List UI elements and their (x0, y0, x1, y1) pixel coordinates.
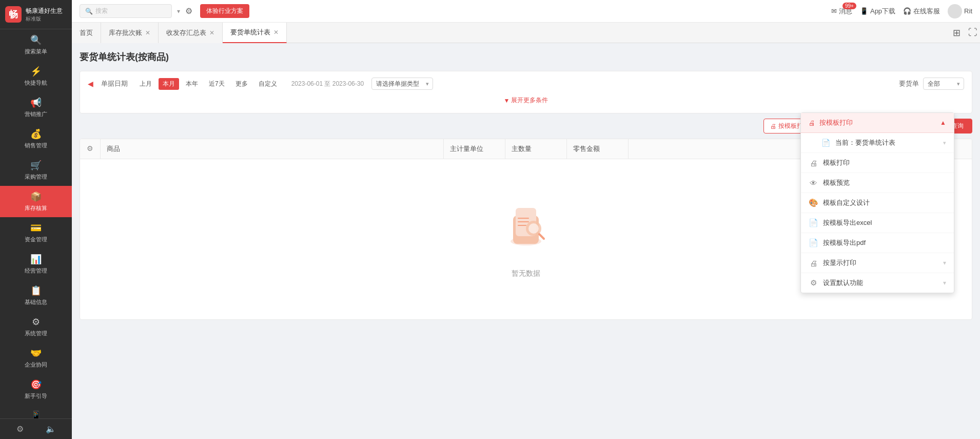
volume-footer-icon[interactable]: 🔈 (46, 424, 56, 434)
marketing-icon: 📢 (30, 97, 42, 108)
online-service-icon: 🎧 (903, 7, 911, 15)
print-dropdown-menu: 🖨 按模板打印 ▲ 📄 当前：要货单统计表 ▾ 🖨 模板打印 👁 (800, 112, 954, 293)
print-icon: 🖨 (770, 123, 776, 130)
order-select-wrapper: 全部 (923, 78, 964, 90)
message-button[interactable]: ✉ 消息 99+ (831, 7, 852, 16)
order-select[interactable]: 全部 (923, 78, 964, 90)
dropdown-print-icon: 🖨 (809, 119, 815, 127)
dropdown-design-icon: 🎨 (809, 198, 818, 207)
operation-icon: 📊 (30, 254, 42, 265)
type-select[interactable]: 请选择单据类型 (371, 78, 433, 90)
settings-footer-icon[interactable]: ⚙ (16, 424, 24, 434)
expand-more-button[interactable]: ▼ 展开更多条件 (500, 94, 553, 107)
dropdown-collapse-icon[interactable]: ▲ (940, 119, 946, 126)
sidebar-logo: 畅 畅康通好生意 标准版 (0, 0, 72, 29)
dropdown-item-export-excel[interactable]: 📄 按模板导出excel (801, 213, 954, 233)
app-download-icon: 📱 (860, 7, 868, 15)
dropdown-item-template-preview[interactable]: 👁 模板预览 (801, 173, 954, 193)
dropdown-pdf-icon: 📄 (809, 238, 818, 247)
tab-maximize-button[interactable]: ⛶ (966, 27, 980, 38)
tab-collection-summary[interactable]: 收发存汇总表 ✕ (159, 23, 223, 43)
order-item-label: 要货单 (899, 79, 919, 88)
avatar-image (948, 4, 962, 18)
system-icon: ⚙ (32, 316, 40, 328)
purchase-icon: 🛒 (30, 160, 42, 171)
logo-icon: 畅 (5, 6, 22, 23)
date-tabs: 上月 本月 本年 近7天 更多 自定义 (135, 78, 281, 90)
sidebar-footer: ⚙ 🔈 (0, 418, 72, 439)
dropdown-item-template-design[interactable]: 🎨 模板自定义设计 (801, 193, 954, 213)
topbar-gear-icon[interactable]: ⚙ (185, 6, 192, 16)
dropdown-item-template-print[interactable]: 🖨 模板打印 (801, 153, 954, 173)
sidebar-item-marketing[interactable]: 📢 营销推广 (0, 92, 72, 123)
tab-inventory-batch[interactable]: 库存批次账 ✕ (101, 23, 159, 43)
dropdown-header-left: 🖨 按模板打印 (809, 118, 853, 127)
filter-row: ◀ 单据日期 上月 本月 本年 近7天 更多 自定义 2023-06-01 至 … (88, 78, 964, 90)
dropdown-doc-icon: 📄 (821, 139, 830, 147)
sidebar-item-finance[interactable]: 💳 资金管理 (0, 217, 72, 249)
table-settings-icon[interactable]: ⚙ (80, 139, 101, 159)
tab-expand-button[interactable]: ⊞ (948, 27, 966, 39)
dropdown-current-template[interactable]: 📄 当前：要货单统计表 ▾ (801, 133, 954, 153)
date-tab-last-month[interactable]: 上月 (135, 78, 156, 90)
dropdown-current-arrow: ▾ (943, 140, 946, 146)
dropdown-default-arrow: ▾ (943, 279, 946, 287)
date-tab-this-year[interactable]: 本年 (182, 78, 202, 90)
date-label: 单据日期 (101, 79, 128, 88)
filter-bar: ◀ 单据日期 上月 本月 本年 近7天 更多 自定义 2023-06-01 至 … (80, 71, 972, 113)
sidebar-item-guide[interactable]: 🎯 新手引导 (0, 374, 72, 405)
logo-text: 畅康通好生意 标准版 (26, 7, 63, 23)
online-service-button[interactable]: 🎧 在线客服 (903, 7, 940, 16)
date-tab-this-month[interactable]: 本月 (159, 78, 179, 90)
date-tab-more[interactable]: 更多 (231, 78, 252, 90)
sidebar-item-basic[interactable]: 📋 基础信息 (0, 280, 72, 311)
sidebar-item-collab[interactable]: 🤝 企业协同 (0, 342, 72, 374)
sidebar-scroll: 🔍 搜索菜单 ⚡ 快捷导航 📢 营销推广 💰 销售管理 🛒 采购管理 📦 库存核… (0, 29, 72, 418)
tab-close-inventory-batch[interactable]: ✕ (145, 29, 150, 36)
tab-close-order-stats[interactable]: ✕ (273, 29, 279, 36)
dropdown-display-icon: 🖨 (809, 259, 818, 268)
inventory-icon: 📦 (30, 191, 42, 202)
dropdown-display-arrow: ▾ (943, 259, 946, 266)
sidebar-item-inventory[interactable]: 📦 库存核算 (0, 186, 72, 217)
tab-home[interactable]: 首页 (72, 23, 101, 43)
expand-more-row: ▼ 展开更多条件 (88, 94, 964, 107)
guide-icon: 🎯 (30, 379, 42, 390)
sidebar-item-sales[interactable]: 💰 销售管理 (0, 123, 72, 155)
sidebar: 畅 畅康通好生意 标准版 🔍 搜索菜单 ⚡ 快捷导航 📢 营销推广 💰 销售管理… (0, 0, 72, 439)
sidebar-item-purchase[interactable]: 🛒 采购管理 (0, 155, 72, 186)
col-quantity: 主数量 (505, 139, 567, 159)
tab-close-collection-summary[interactable]: ✕ (209, 29, 214, 36)
topbar-search[interactable]: 🔍 搜索 (80, 4, 172, 18)
dropdown-header[interactable]: 🖨 按模板打印 ▲ (801, 113, 954, 133)
topbar-search-icon: 🔍 (85, 8, 93, 15)
empty-icon (500, 200, 552, 261)
topbar-right: ✉ 消息 99+ 📱 App下载 🎧 在线客服 Rit (831, 4, 972, 18)
sidebar-item-apps[interactable]: 📱 应用中心 (0, 405, 72, 418)
filter-collapse-icon[interactable]: ◀ (88, 80, 93, 88)
trial-button[interactable]: 体验行业方案 (200, 4, 249, 18)
search-icon: 🔍 (30, 34, 42, 46)
user-avatar[interactable]: Rit (948, 4, 972, 18)
app-download-button[interactable]: 📱 App下载 (860, 7, 895, 16)
dropdown-item-display-print[interactable]: 🖨 按显示打印 ▾ (801, 253, 954, 273)
dropdown-item-export-pdf[interactable]: 📄 按模板导出pdf (801, 233, 954, 253)
dropdown-excel-icon: 📄 (809, 218, 818, 227)
basic-icon: 📋 (30, 285, 42, 296)
sidebar-item-system[interactable]: ⚙ 系统管理 (0, 311, 72, 342)
dropdown-item-default-func[interactable]: ⚙ 设置默认功能 ▾ (801, 273, 954, 293)
sidebar-item-search[interactable]: 🔍 搜索菜单 (0, 29, 72, 61)
date-tab-7days[interactable]: 近7天 (205, 78, 229, 90)
page-content: 要货单统计表(按商品) ◀ 单据日期 上月 本月 本年 近7天 更多 自定义 2… (72, 43, 980, 439)
shortcut-icon: ⚡ (30, 66, 42, 77)
sales-icon: 💰 (30, 128, 42, 140)
expand-chevron-icon: ▼ (504, 97, 510, 104)
svg-line-5 (539, 234, 544, 239)
sidebar-item-shortcut[interactable]: ⚡ 快捷导航 (0, 61, 72, 92)
sidebar-item-operation[interactable]: 📊 经营管理 (0, 249, 72, 280)
date-tab-custom[interactable]: 自定义 (254, 78, 281, 90)
type-select-wrapper: 请选择单据类型 (371, 78, 433, 90)
topbar-chevron-icon[interactable]: ▾ (177, 8, 180, 15)
message-icon: ✉ (831, 7, 837, 15)
tab-order-stats[interactable]: 要货单统计表 ✕ (223, 23, 287, 43)
